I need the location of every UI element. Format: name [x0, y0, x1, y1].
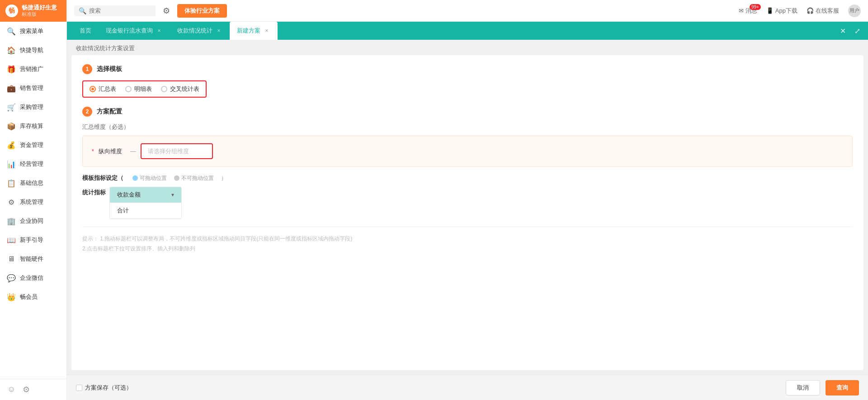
- sidebar-bottom: ☺ ⚙: [0, 379, 66, 400]
- sidebar-item-label: 系统管理: [20, 198, 43, 206]
- sidebar-bottom-icon1[interactable]: ☺: [7, 385, 15, 395]
- indicator-total-label: 合计: [117, 207, 129, 214]
- message-button[interactable]: ✉ 消息 99+: [739, 7, 757, 15]
- member-icon: 👑: [7, 293, 15, 301]
- sidebar-item-label: 采购管理: [20, 103, 43, 111]
- sidebar-item-enterprise[interactable]: 🏢 企业协同: [0, 212, 66, 231]
- sidebar-item-system[interactable]: ⚙ 系统管理: [0, 193, 66, 212]
- step2-section: 2 方案配置 汇总维度（必选） * 纵向维度 — 请选择分组维度: [82, 107, 853, 254]
- tab-bank-flow[interactable]: 现金银行流水查询 ×: [99, 22, 170, 40]
- indicator-col-label: 收款金额: [117, 191, 141, 199]
- indicators-label: 模板指标设定（: [82, 174, 123, 182]
- indicator-chevron-icon[interactable]: ▾: [171, 192, 174, 198]
- sidebar-item-member[interactable]: 👑 畅会员: [0, 287, 66, 306]
- indicator-table-wrapper: 统计指标 收款金额 ▾ 合计: [82, 187, 853, 219]
- sidebar-item-basic-info[interactable]: 📋 基础信息: [0, 174, 66, 193]
- inventory-icon: 📦: [7, 122, 15, 130]
- dimension-selector[interactable]: 请选择分组维度: [141, 143, 213, 159]
- tab-home[interactable]: 首页: [72, 22, 99, 40]
- radio-cross[interactable]: 交叉统计表: [161, 85, 199, 93]
- tips-section: 提示： 1.拖动标题栏可以调整布局，不可跨维度或指标区域拖动同目字段(只能在同一…: [82, 234, 853, 254]
- sidebar-item-sales[interactable]: 💼 销售管理: [0, 79, 66, 98]
- radio-detail[interactable]: 明细表: [125, 85, 152, 93]
- query-button[interactable]: 查询: [826, 380, 859, 395]
- template-radio-group: 汇总表 明细表 交叉统计表: [90, 85, 199, 93]
- dimension-name: 纵向维度: [99, 147, 126, 155]
- online-service-label: 在线客服: [816, 7, 839, 15]
- sidebar-item-label: 经营管理: [20, 160, 43, 168]
- sidebar-item-wechat[interactable]: 💬 企业微信: [0, 268, 66, 287]
- sidebar-item-purchase[interactable]: 🛒 采购管理: [0, 98, 66, 117]
- indicator-stat-label: 统计指标: [82, 187, 106, 219]
- sidebar-item-operation[interactable]: 📊 经营管理: [0, 155, 66, 174]
- sidebar-item-marketing[interactable]: 🎁 营销推广: [0, 60, 66, 79]
- tab-new-plan-close[interactable]: ×: [263, 27, 270, 34]
- drag-dot-gray: [174, 175, 179, 181]
- divider: [82, 226, 853, 227]
- app-download-label: App下载: [775, 7, 797, 15]
- operation-icon: 📊: [7, 160, 15, 168]
- tab-bank-flow-close[interactable]: ×: [156, 27, 163, 34]
- gear-icon[interactable]: ⚙: [163, 6, 170, 16]
- sidebar-item-label: 企业协同: [20, 217, 43, 225]
- indicators-section: 模板指标设定（ 可拖动位置 不可拖动位置 ） 统计指标: [82, 174, 853, 219]
- tabbar: 首页 现金银行流水查询 × 收款情况统计 × 新建方案 × ✕ ⤢: [67, 22, 868, 40]
- app-download-button[interactable]: 📱 App下载: [766, 7, 797, 15]
- required-marker: *: [92, 148, 94, 155]
- save-checkbox-box[interactable]: [76, 385, 82, 391]
- radio-summary[interactable]: 汇总表: [90, 85, 116, 93]
- finance-icon: 💰: [7, 141, 15, 149]
- dimension-row: * 纵向维度 — 请选择分组维度: [92, 143, 843, 159]
- step2-number: 2: [82, 107, 92, 117]
- tip-1: 提示： 1.拖动标题栏可以调整布局，不可跨维度或指标区域拖动同目字段(只能在同一…: [82, 234, 853, 244]
- hardware-icon: 🖥: [7, 255, 15, 263]
- tab-maximize-button[interactable]: ⤢: [852, 25, 863, 36]
- trial-button[interactable]: 体验行业方案: [177, 4, 227, 18]
- sidebar-item-label: 资金管理: [20, 141, 43, 149]
- sidebar-bottom-icon2[interactable]: ⚙: [23, 385, 30, 395]
- tab-collection-stat-close[interactable]: ×: [215, 27, 222, 34]
- message-icon: ✉: [739, 7, 744, 14]
- dimension-section-label: 汇总维度（必选）: [82, 123, 853, 131]
- indicator-table: 收款金额 ▾ 合计: [109, 187, 182, 219]
- message-badge: 99+: [750, 4, 761, 10]
- topbar-search-box[interactable]: 🔍: [74, 5, 156, 16]
- sidebar-item-quick-nav[interactable]: 🏠 快捷导航: [0, 41, 66, 60]
- radio-summary-label: 汇总表: [99, 85, 116, 93]
- sidebar-logo: 畅 畅捷通好生意 标准版: [0, 0, 66, 22]
- cancel-button[interactable]: 取消: [786, 380, 820, 395]
- tab-close-all-button[interactable]: ✕: [837, 25, 848, 36]
- user-avatar[interactable]: 用户: [848, 5, 861, 17]
- online-service-button[interactable]: 🎧 在线客服: [807, 7, 839, 15]
- save-checkbox[interactable]: 方案保存（可选）: [76, 384, 132, 392]
- marketing-icon: 🎁: [7, 65, 15, 73]
- dimension-arrow: —: [130, 148, 136, 155]
- sidebar-item-finance[interactable]: 💰 资金管理: [0, 136, 66, 155]
- sidebar-nav: 🔍 搜索菜单 🏠 快捷导航 🎁 营销推广 💼 销售管理 🛒 采购管理 📦 库存核…: [0, 22, 66, 379]
- indicator-header-row[interactable]: 收款金额 ▾: [110, 187, 181, 203]
- radio-cross-circle: [161, 86, 167, 92]
- drag-fixed-label: 不可拖动位置: [181, 174, 214, 182]
- save-checkbox-label: 方案保存（可选）: [85, 384, 132, 392]
- sidebar: 畅 畅捷通好生意 标准版 🔍 搜索菜单 🏠 快捷导航 🎁 营销推广 💼 销售管理…: [0, 0, 67, 400]
- tabbar-actions: ✕ ⤢: [837, 25, 863, 36]
- sidebar-item-search-menu[interactable]: 🔍 搜索菜单: [0, 22, 66, 41]
- main-area: 🔍 ⚙ 体验行业方案 ✉ 消息 99+ 📱 App下载 🎧 在线客服 用户: [67, 0, 868, 400]
- sidebar-item-label: 畅会员: [20, 293, 38, 301]
- tab-collection-stat[interactable]: 收款情况统计 ×: [170, 22, 230, 40]
- sidebar-item-inventory[interactable]: 📦 库存核算: [0, 117, 66, 136]
- dimension-area: * 纵向维度 — 请选择分组维度: [82, 136, 853, 167]
- breadcrumb: 收款情况统计方案设置: [67, 40, 868, 55]
- basic-info-icon: 📋: [7, 179, 15, 187]
- tab-new-plan[interactable]: 新建方案 ×: [230, 22, 278, 40]
- sidebar-item-label: 新手引导: [20, 236, 43, 244]
- sidebar-item-guide[interactable]: 📖 新手引导: [0, 231, 66, 249]
- drag-badge-movable: 可拖动位置: [132, 174, 167, 182]
- sidebar-item-hardware[interactable]: 🖥 智能硬件: [0, 249, 66, 268]
- tip-2: 2.点击标题栏下拉可设置排序、插入列和删除列: [82, 244, 853, 254]
- guide-icon: 📖: [7, 236, 15, 244]
- sidebar-item-label: 销售管理: [20, 84, 43, 92]
- wechat-icon: 💬: [7, 274, 15, 282]
- search-input[interactable]: [89, 7, 143, 14]
- logo-version: 标准版: [22, 11, 57, 18]
